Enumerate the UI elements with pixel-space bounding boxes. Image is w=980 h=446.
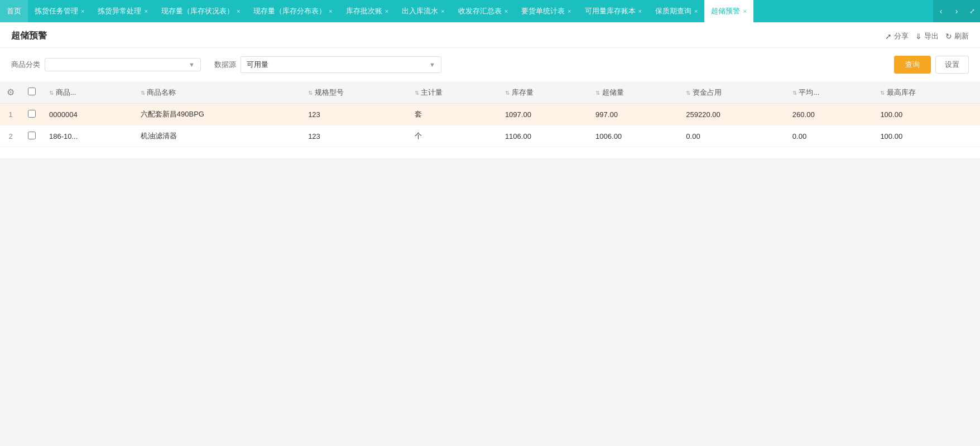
nav-label-inventory-status: 现存量（库存状况表） <box>161 6 234 16</box>
gear-icon[interactable]: ⚙ <box>7 88 15 97</box>
nav-label-batch-ledger: 库存批次账 <box>346 6 382 16</box>
select-all-checkbox[interactable] <box>28 88 36 95</box>
row-checkbox-1[interactable] <box>28 132 36 139</box>
nav-item-over-storage[interactable]: 超储预警 × <box>704 0 753 22</box>
cell-over-stock: 997.00 <box>589 104 679 125</box>
close-icon-order-stats[interactable]: × <box>568 8 571 14</box>
col-goods-code[interactable]: ⇅ 商品... <box>42 81 134 104</box>
data-table: ⚙ ⇅ 商品... ⇅ 商品名称 ⇅ 规格型号 <box>0 81 980 147</box>
nav-item-home[interactable]: 首页 <box>0 0 28 22</box>
datasource-label: 数据源 <box>214 60 236 70</box>
nav-arrow-right[interactable]: › <box>949 0 964 22</box>
col-over-stock[interactable]: ⇅ 超储量 <box>589 81 679 104</box>
category-select[interactable]: ▼ <box>45 58 201 71</box>
cell-unit: 套 <box>408 104 498 125</box>
nav-item-inventory-status[interactable]: 现存量（库存状况表） × <box>155 0 247 22</box>
nav-label-task-mgmt: 拣货任务管理 <box>35 6 78 16</box>
cell-max-stock: 100.00 <box>873 125 980 147</box>
nav-arrow-left[interactable]: ‹ <box>933 0 949 22</box>
nav-item-quality-check[interactable]: 保质期查询 × <box>648 0 704 22</box>
category-dropdown-icon: ▼ <box>189 61 195 68</box>
col-avg[interactable]: ⇅ 平均... <box>786 81 874 104</box>
nav-label-home: 首页 <box>7 6 21 16</box>
row-checkbox-cell <box>21 104 42 125</box>
cell-unit: 个 <box>408 125 498 147</box>
cell-avg: 260.00 <box>786 104 874 125</box>
close-icon-abnormal[interactable]: × <box>144 8 147 14</box>
datasource-dropdown-icon: ▼ <box>429 61 435 68</box>
cell-stock: 1097.00 <box>498 104 589 125</box>
nav-item-order-stats[interactable]: 要货单统计表 × <box>515 0 578 22</box>
nav-label-order-stats: 要货单统计表 <box>521 6 565 16</box>
nav-arrows: ‹ › ⤢ <box>933 0 980 22</box>
nav-item-in-out-flow[interactable]: 出入库流水 × <box>395 0 451 22</box>
close-icon-over-storage[interactable]: × <box>743 8 746 14</box>
table-row: 1 0000004 六配套新昌490BPG 123 套 1097.00 997.… <box>0 104 980 125</box>
category-label: 商品分类 <box>11 60 40 70</box>
sort-icon-unit: ⇅ <box>415 90 419 96</box>
col-spec[interactable]: ⇅ 规格型号 <box>301 81 408 104</box>
refresh-label: 刷新 <box>954 31 969 41</box>
row-checkbox-0[interactable] <box>28 110 36 118</box>
col-capital[interactable]: ⇅ 资金占用 <box>679 81 786 104</box>
cell-goods-name: 六配套新昌490BPG <box>134 104 301 125</box>
nav-label-in-out-flow: 出入库流水 <box>402 6 438 16</box>
table-row: 2 186-10... 机油滤清器 123 个 1106.00 1006.00 … <box>0 125 980 147</box>
nav-label-quality-check: 保质期查询 <box>655 6 691 16</box>
cell-capital: 259220.00 <box>679 104 786 125</box>
nav-item-task-mgmt[interactable]: 拣货任务管理 × <box>28 0 91 22</box>
nav-item-collect-summary[interactable]: 收发存汇总表 × <box>451 0 515 22</box>
page-title: 超储预警 <box>11 30 47 42</box>
settings-button[interactable]: 设置 <box>935 56 969 74</box>
sort-icon-over-stock: ⇅ <box>595 90 600 96</box>
cell-avg: 0.00 <box>786 125 874 147</box>
nav-label-abnormal: 拣货异常处理 <box>98 6 141 16</box>
datasource-select-value: 可用量 <box>247 60 268 70</box>
sort-icon-avg: ⇅ <box>792 90 797 96</box>
close-icon-collect-summary[interactable]: × <box>505 8 508 14</box>
export-button[interactable]: ⇓ 导出 <box>915 31 939 41</box>
nav-label-available-ledger: 可用量库存账本 <box>585 6 636 16</box>
close-icon-inventory-status[interactable]: × <box>237 8 240 14</box>
col-max-stock[interactable]: ⇅ 最高库存 <box>873 81 980 104</box>
datasource-filter-group: 数据源 可用量 ▼ <box>214 56 441 73</box>
sort-icon-spec: ⇅ <box>308 90 313 96</box>
close-icon-inventory-dist[interactable]: × <box>329 8 332 14</box>
query-button[interactable]: 查询 <box>894 56 931 74</box>
share-label: 分享 <box>894 31 909 41</box>
row-num: 1 <box>0 104 21 125</box>
sort-icon-goods-code: ⇅ <box>49 90 54 96</box>
top-nav: 首页 拣货任务管理 × 拣货异常处理 × 现存量（库存状况表） × 现存量（库存… <box>0 0 980 22</box>
cell-spec: 123 <box>301 104 408 125</box>
close-icon-available-ledger[interactable]: × <box>638 8 642 14</box>
cell-over-stock: 1006.00 <box>589 125 679 147</box>
col-stock[interactable]: ⇅ 库存量 <box>498 81 589 104</box>
nav-item-abnormal[interactable]: 拣货异常处理 × <box>91 0 154 22</box>
sort-icon-capital: ⇅ <box>686 90 690 96</box>
cell-max-stock: 100.00 <box>873 104 980 125</box>
filter-actions: 查询 设置 <box>894 56 969 74</box>
col-checkbox-header <box>21 81 42 104</box>
sort-icon-max-stock: ⇅ <box>880 90 885 96</box>
nav-item-batch-ledger[interactable]: 库存批次账 × <box>339 0 395 22</box>
refresh-button[interactable]: ↻ 刷新 <box>945 31 969 41</box>
datasource-select[interactable]: 可用量 ▼ <box>241 56 441 73</box>
close-icon-in-out-flow[interactable]: × <box>441 8 444 14</box>
nav-item-available-ledger[interactable]: 可用量库存账本 × <box>578 0 648 22</box>
col-unit[interactable]: ⇅ 主计量 <box>408 81 498 104</box>
nav-arrow-expand[interactable]: ⤢ <box>964 0 980 22</box>
close-icon-quality-check[interactable]: × <box>694 8 698 14</box>
col-goods-name[interactable]: ⇅ 商品名称 <box>134 81 301 104</box>
share-button[interactable]: ➚ 分享 <box>885 31 909 41</box>
category-filter-group: 商品分类 ▼ <box>11 58 201 71</box>
page-header: 超储预警 ➚ 分享 ⇓ 导出 ↻ 刷新 <box>0 22 980 48</box>
refresh-icon: ↻ <box>945 32 952 41</box>
nav-label-collect-summary: 收发存汇总表 <box>458 6 502 16</box>
table-body: 1 0000004 六配套新昌490BPG 123 套 1097.00 997.… <box>0 104 980 147</box>
col-settings: ⚙ <box>0 81 21 104</box>
close-icon-task-mgmt[interactable]: × <box>81 8 84 14</box>
cell-spec: 123 <box>301 125 408 147</box>
nav-item-inventory-dist[interactable]: 现存量（库存分布表） × <box>247 0 339 22</box>
nav-label-over-storage: 超储预警 <box>711 6 740 16</box>
close-icon-batch-ledger[interactable]: × <box>385 8 388 14</box>
